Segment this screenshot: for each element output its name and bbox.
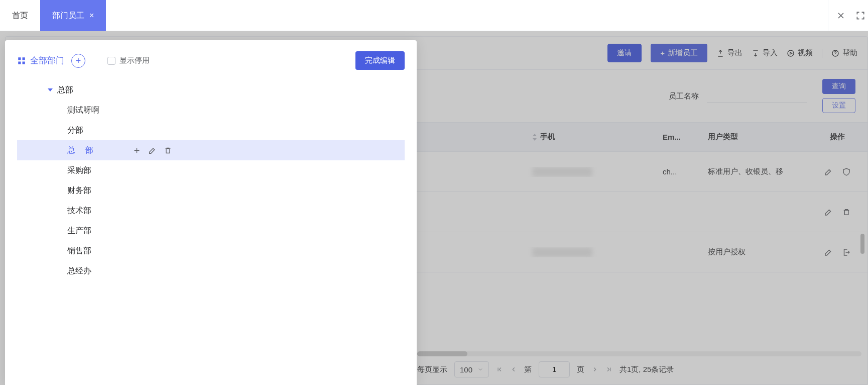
- horizontal-scrollbar-track[interactable]: [417, 351, 861, 356]
- employee-name-input[interactable]: [707, 89, 807, 103]
- page-word-after: 页: [577, 365, 584, 374]
- tab-dept-employee-label: 部门员工: [52, 0, 84, 31]
- col-user-type[interactable]: 用户类型: [702, 132, 807, 142]
- page-word-before: 第: [524, 365, 532, 374]
- col-user-type-label: 用户类型: [708, 132, 738, 142]
- query-button[interactable]: 查询: [822, 79, 855, 94]
- plus-icon[interactable]: [133, 146, 141, 155]
- page-size-select[interactable]: 100: [454, 361, 489, 377]
- settings-button[interactable]: 设置: [822, 98, 855, 113]
- svg-rect-4: [18, 61, 21, 64]
- tree-node-label: 销售部: [67, 246, 91, 256]
- divider: [822, 49, 822, 58]
- tabs-bar: 首页 部门员工 ×: [0, 0, 868, 31]
- tree-node[interactable]: 财务部: [17, 180, 405, 201]
- tree-node-label: 技术部: [67, 206, 91, 216]
- shield-icon[interactable]: [842, 167, 851, 176]
- import-icon: [752, 49, 760, 57]
- show-disabled-label: 显示停用: [119, 56, 150, 65]
- svg-rect-2: [18, 57, 21, 60]
- svg-point-0: [788, 50, 794, 56]
- tree-node-label: 总 部: [67, 145, 97, 156]
- dept-tree: 总部 测试呀啊分部总 部采购部财务部技术部生产部销售部总经办: [17, 80, 405, 281]
- tree-node-label: 总经办: [67, 266, 91, 276]
- col-email[interactable]: Em...: [657, 133, 702, 141]
- caret-down-icon[interactable]: [47, 87, 53, 93]
- col-phone[interactable]: 手机: [526, 132, 657, 142]
- edit-icon[interactable]: [824, 208, 833, 217]
- finish-edit-button[interactable]: 完成编辑: [355, 51, 405, 70]
- trash-icon[interactable]: [164, 146, 172, 155]
- help-button[interactable]: 帮助: [831, 48, 857, 58]
- employee-name-label: 员工名称: [669, 91, 699, 101]
- tab-dept-employee[interactable]: 部门员工 ×: [40, 0, 106, 31]
- page-input[interactable]: [544, 365, 564, 373]
- tree-node[interactable]: 技术部: [17, 201, 405, 221]
- x-icon: [836, 11, 846, 21]
- edit-icon[interactable]: [824, 248, 833, 257]
- plus-icon: +: [660, 49, 665, 57]
- video-label: 视频: [798, 48, 813, 58]
- tab-home-label: 首页: [12, 0, 28, 31]
- cell-user-type: 按用户授权: [702, 247, 807, 257]
- tree-node-label: 总部: [57, 85, 73, 95]
- export-button[interactable]: 导出: [716, 48, 742, 58]
- tree-node[interactable]: 分部: [17, 120, 405, 140]
- first-page-icon[interactable]: [496, 366, 503, 373]
- video-button[interactable]: 视频: [787, 48, 813, 58]
- grid-icon: [17, 56, 26, 65]
- tree-node[interactable]: 采购部: [17, 160, 405, 180]
- tree-node-label: 测试呀啊: [67, 105, 99, 116]
- all-departments-button[interactable]: 全部部门: [17, 55, 64, 66]
- tree-node-label: 生产部: [67, 226, 91, 236]
- redacted-phone: [532, 167, 592, 177]
- question-circle-icon: [831, 49, 839, 57]
- col-phone-label: 手机: [540, 132, 555, 142]
- tree-node[interactable]: 测试呀啊: [17, 100, 405, 120]
- svg-rect-5: [23, 61, 25, 64]
- col-email-label: Em...: [663, 133, 681, 141]
- tree-node[interactable]: 销售部: [17, 241, 405, 261]
- tree-node-label: 财务部: [67, 185, 91, 196]
- tree-node-label: 采购部: [67, 165, 91, 176]
- all-departments-label: 全部部门: [30, 55, 64, 66]
- checkbox-box: [107, 57, 115, 65]
- prev-page-icon[interactable]: [510, 366, 517, 373]
- page-size-value: 100: [460, 365, 472, 374]
- cell-email: ch...: [657, 167, 702, 176]
- edit-icon[interactable]: [824, 167, 833, 176]
- tree-node[interactable]: 生产部: [17, 221, 405, 241]
- last-page-icon[interactable]: [605, 366, 612, 373]
- sort-icon: [532, 134, 537, 141]
- close-all-tabs-button[interactable]: [828, 0, 853, 31]
- fullscreen-button[interactable]: [853, 0, 868, 31]
- trash-icon[interactable]: [842, 208, 851, 217]
- show-disabled-checkbox[interactable]: 显示停用: [107, 56, 150, 65]
- dept-tree-modal: 全部部门 + 显示停用 完成编辑 总部 测试呀啊分部总 部采购部财务部技术部生产…: [5, 40, 417, 385]
- next-page-icon[interactable]: [591, 366, 598, 373]
- tree-node-actions: [133, 146, 172, 155]
- vertical-scrollbar[interactable]: [860, 234, 864, 254]
- tree-node-label: 分部: [67, 125, 83, 136]
- svg-rect-3: [23, 57, 25, 60]
- export-label: 导出: [727, 48, 742, 58]
- horizontal-scrollbar-thumb[interactable]: [417, 351, 467, 356]
- col-ops-label: 操作: [830, 132, 845, 142]
- invite-button[interactable]: 邀请: [607, 44, 642, 62]
- page-input-wrapper[interactable]: [539, 361, 570, 377]
- edit-icon[interactable]: [148, 146, 157, 155]
- pagination: 每页显示 100 第 页 共1页, 25条记录: [417, 359, 861, 379]
- tree-node[interactable]: 总经办: [17, 261, 405, 281]
- tree-node[interactable]: 总 部: [17, 140, 405, 160]
- add-employee-button[interactable]: + 新增员工: [651, 44, 707, 62]
- redacted-phone: [532, 247, 592, 257]
- add-dept-button[interactable]: +: [71, 54, 85, 68]
- close-icon[interactable]: ×: [89, 0, 94, 31]
- fullscreen-icon: [855, 11, 865, 21]
- logout-icon[interactable]: [842, 248, 851, 257]
- tree-node-root[interactable]: 总部: [17, 80, 405, 100]
- per-page-label: 每页显示: [417, 365, 447, 374]
- tab-home[interactable]: 首页: [0, 0, 40, 31]
- help-label: 帮助: [842, 48, 857, 58]
- import-button[interactable]: 导入: [752, 48, 778, 58]
